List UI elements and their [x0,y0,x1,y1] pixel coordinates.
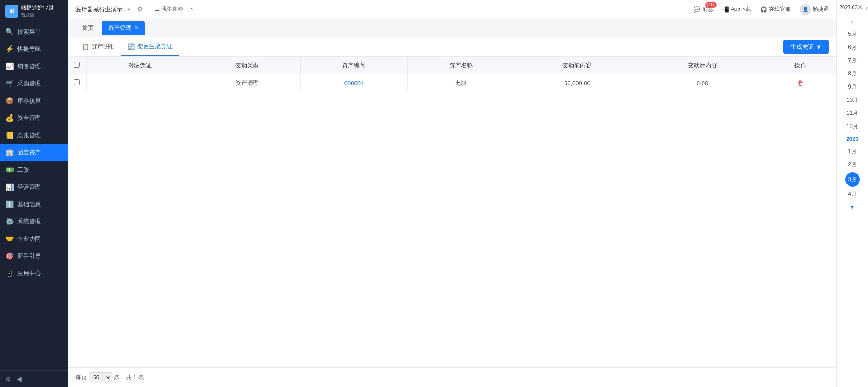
username: 畅捷通 [813,5,829,13]
tab-close-icon[interactable]: ✕ [134,25,139,31]
sidebar-item-system[interactable]: ⚙️系统管理 [0,213,68,230]
sidebar-icon-system: ⚙️ [5,218,14,226]
month-10[interactable]: 10月 [837,94,868,107]
content-area: 📋 资产明细 🔄 变更生成凭证 生成凭证 ▼ [68,37,836,387]
sidebar-item-search[interactable]: 🔍搜索菜单 [0,23,68,40]
table-header-row: 对应凭证 变动类型 资产编号 资产名称 变动前内容 变动后内容 操作 [68,57,836,74]
tab-home-label: 首页 [82,25,94,31]
sidebar-item-sales[interactable]: 📈销售管理 [0,58,68,75]
sidebar-bottom: ⚙ ◀ [0,370,68,387]
per-page-select[interactable]: 50 10 20 100 [89,372,112,382]
company-dropdown-icon[interactable]: ▼ [126,7,131,12]
sidebar-item-quick-nav[interactable]: ⚡快捷导航 [0,40,68,58]
user-info[interactable]: 👤 畅捷通 [800,4,829,15]
online-service-label: 在线客服 [769,5,791,13]
sidebar-icon-ledger: 📒 [5,131,14,139]
month-5[interactable]: 5月 [837,28,868,41]
sidebar-item-app-center[interactable]: 📱应用中心 [0,265,68,282]
logo-sub: 普及版 [21,12,54,18]
sidebar-item-ledger[interactable]: 📒总账管理 [0,127,68,144]
month-8[interactable]: 8月 [837,67,868,80]
data-table: 对应凭证 变动类型 资产编号 资产名称 变动前内容 变动后内容 操作 -- 资产… [68,57,836,92]
calendar-scroll: ▲ 5月 6月 7月 8月 9月 10月 11月 12月 2023 1月 2月 … [837,15,868,387]
sidebar-icon-basic-info: ℹ️ [5,200,14,208]
experience-button[interactable]: ☁ 我要体验一下 [154,5,194,13]
sub-tab-change-voucher[interactable]: 🔄 变更生成凭证 [121,38,179,56]
settings-bottom-icon[interactable]: ⚙ [5,375,11,382]
month-1[interactable]: 1月 [837,145,868,158]
collapse-icon[interactable]: ◀ [17,375,22,382]
change-voucher-label: 变更生成凭证 [137,42,173,50]
header-right: 💬 消息 99+ 📲 App下载 🎧 在线客服 👤 畅捷通 [694,4,829,15]
select-all-checkbox[interactable] [74,62,80,68]
calendar-expand-button[interactable]: ⤢ [865,4,868,11]
header-settings-icon[interactable]: ⚙ [137,5,143,14]
month-12[interactable]: 12月 [837,120,868,133]
asset-detail-icon: 📋 [82,43,89,50]
calendar-header: 2023.03 ✕ ⤢ [837,0,868,15]
sidebar-icon-app-center: 📱 [5,269,14,278]
calendar-nav-up[interactable]: ▲ [848,17,857,26]
online-service-action[interactable]: 🎧 在线客服 [760,5,791,13]
sidebar-label-app-center: 应用中心 [17,269,41,278]
sidebar-icon-sales: 📈 [5,62,14,70]
logo-icon: 财 [5,5,18,18]
sidebar-item-basic-info[interactable]: ℹ️基础信息 [0,196,68,213]
company-name: 医疗器械行业演示 [75,5,123,14]
tab-home[interactable]: 首页 [75,21,100,35]
sidebar-item-guide[interactable]: 🎯新手引导 [0,248,68,265]
calendar-title: 2023.03 [839,5,858,10]
sidebar-icon-salary: 💵 [5,166,14,174]
month-7[interactable]: 7月 [837,54,868,67]
month-9[interactable]: 9月 [837,80,868,94]
sidebar-label-finance: 资金管理 [17,114,41,122]
sidebar-label-search: 搜索菜单 [17,28,41,36]
td-asset-name-0: 电脑 [407,74,515,92]
calendar-nav-down[interactable]: ▼ [848,203,857,212]
sidebar-icon-finance: 💰 [5,114,14,122]
month-11[interactable]: 11月 [837,107,868,120]
sidebar-label-operations: 经营管理 [17,183,41,191]
td-checkbox-0 [68,74,86,92]
calendar-panel: 2023.03 ✕ ⤢ ▲ 5月 6月 7月 8月 9月 10月 11月 12月… [836,0,868,387]
delete-row-0[interactable]: 🗑 [797,79,804,87]
td-change-type-0: 资产清理 [193,74,301,92]
online-service-icon: 🎧 [760,6,767,13]
calendar-close-button[interactable]: ✕ [858,4,863,11]
sidebar-item-operations[interactable]: 📊经营管理 [0,179,68,196]
sidebar-item-inventory[interactable]: 📦库存核算 [0,92,68,109]
th-checkbox [68,57,86,74]
sidebar-label-salary: 工资 [17,166,29,174]
month-2[interactable]: 2月 [837,158,868,171]
sidebar-icon-inventory: 📦 [5,97,14,105]
generate-voucher-button[interactable]: 生成凭证 ▼ [783,40,829,54]
messages-action[interactable]: 💬 消息 99+ [694,5,713,13]
sidebar-item-purchase[interactable]: 🛒采购管理 [0,75,68,92]
sidebar-item-enterprise[interactable]: 🤝企业协同 [0,230,68,248]
app-logo: 财 畅捷通好业财 普及版 [0,0,68,23]
avatar: 👤 [800,4,811,15]
th-after-change: 变动后内容 [640,57,765,74]
app-download-action[interactable]: 📲 App下载 [722,5,751,13]
td-before-change-0: 50,000.00 [515,74,640,92]
th-asset-code: 资产编号 [301,57,408,74]
sub-tab-asset-detail[interactable]: 📋 资产明细 [75,38,121,56]
sidebar-item-fixed-assets[interactable]: 🏢固定资产 [0,144,68,161]
sidebar-icon-fixed-assets: 🏢 [5,149,14,157]
tab-asset-label: 资产管理 [108,24,132,32]
sidebar-label-guide: 新手引导 [17,252,41,260]
month-6[interactable]: 6月 [837,41,868,54]
tab-asset-management[interactable]: 资产管理 ✕ [102,21,145,35]
month-4[interactable]: 4月 [837,188,868,201]
total-label: 条，共 1 条 [114,373,144,382]
message-badge: 99+ [705,2,717,8]
sidebar-icon-search: 🔍 [5,28,14,36]
sidebar-item-salary[interactable]: 💵工资 [0,161,68,179]
row-checkbox-0[interactable] [74,79,80,85]
sidebar-item-finance[interactable]: 💰资金管理 [0,109,68,127]
sidebar-label-inventory: 库存核算 [17,97,41,105]
app-download-icon: 📲 [722,6,729,13]
sidebar-icon-quick-nav: ⚡ [5,45,14,53]
th-asset-name: 资产名称 [407,57,515,74]
month-3-current[interactable]: 3月 [845,172,860,187]
